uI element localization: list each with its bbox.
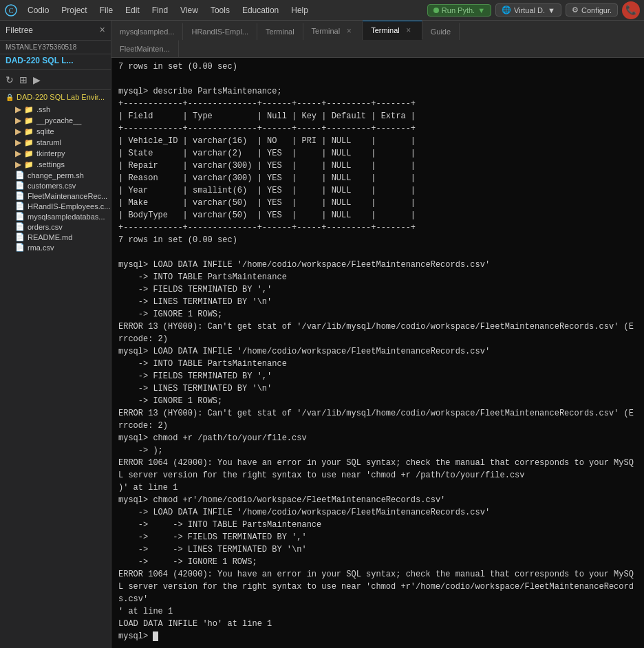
sidebar-item-staruml[interactable]: ▶ 📁 staruml [0, 137, 111, 148]
item-label: customers.csv [28, 182, 76, 190]
virtual-chevron: ▼ [548, 6, 555, 14]
sidebar: Filetree × MSTANLEY375360518 DAD-220 SQL… [0, 21, 111, 648]
run-label: Run Pyth. [442, 6, 475, 14]
tab-fleetmaintena[interactable]: FleetMainten... [111, 40, 179, 57]
sidebar-workspace: DAD-220 SQL L... [0, 54, 111, 70]
menu-find[interactable]: Find [147, 4, 173, 17]
tab-terminal2[interactable]: Terminal × [303, 21, 363, 40]
item-label: .settings [36, 160, 65, 169]
svg-text:C: C [9, 7, 14, 14]
tab-label: Guide [431, 28, 451, 36]
sidebar-item-mysqlsample[interactable]: 📄 mysqlsampledatabas... [0, 211, 111, 222]
folder-icon2: 📁 [24, 160, 34, 169]
play-button[interactable]: ▶ [33, 74, 41, 85]
new-file-button[interactable]: ⊞ [19, 74, 28, 85]
tab-label: mysqlsampled... [120, 28, 174, 36]
menu-tools[interactable]: Tools [205, 4, 235, 17]
tab-label: Terminal [371, 26, 400, 34]
tab-mysqlsampledb[interactable]: mysqlsampled... [111, 23, 183, 40]
virtual-button[interactable]: 🌐 Virtual D. ▼ [495, 3, 561, 17]
tree-root-label: DAD-220 SQL Lab Envir... [17, 93, 105, 101]
item-label: FleetMaintenanceRec... [28, 192, 107, 200]
menu-view[interactable]: View [175, 4, 204, 17]
menu-edit[interactable]: Edit [120, 4, 145, 17]
file-icon: 📄 [15, 222, 25, 231]
sidebar-item-ssh[interactable]: ▶ 📁 .ssh [0, 104, 111, 115]
tab-label: Terminal [312, 27, 341, 35]
folder-icon: ▶ [15, 138, 21, 147]
sidebar-item-customers[interactable]: 📄 customers.csv [0, 180, 111, 191]
globe-icon: 🌐 [502, 6, 511, 14]
tab-guide[interactable]: Guide [422, 23, 460, 40]
tab-bar: mysqlsampled... HRandIS-Empl... Terminal… [111, 21, 644, 58]
cursor [153, 631, 158, 641]
tab-terminal1[interactable]: Terminal [257, 23, 303, 40]
sidebar-item-tkinterpy[interactable]: ▶ 📁 tkinterpy [0, 148, 111, 159]
file-icon: 📄 [15, 243, 25, 252]
item-label: README.md [28, 233, 72, 241]
main-layout: Filetree × MSTANLEY375360518 DAD-220 SQL… [0, 21, 644, 648]
folder-icon2: 📁 [24, 127, 34, 136]
item-label: change_perm.sh [28, 171, 84, 180]
lock-icon: 🔒 [6, 94, 14, 101]
file-icon: 📄 [15, 212, 25, 221]
gear-icon: ⚙ [572, 6, 579, 14]
item-label: tkinterpy [36, 149, 65, 158]
tab-label: Terminal [266, 28, 294, 36]
sidebar-item-hrandis[interactable]: 📄 HRandIS-Employees.c... [0, 201, 111, 211]
tab-close[interactable]: × [344, 26, 354, 36]
terminal-text: +--------------------+ 7 rows in set (0.… [118, 58, 637, 642]
item-label: rma.csv [28, 244, 54, 252]
tab-label: FleetMainten... [120, 45, 170, 53]
app-logo[interactable]: C [4, 3, 18, 17]
item-label: sqlite [36, 127, 54, 136]
content-area: mysqlsampled... HRandIS-Empl... Terminal… [111, 21, 644, 648]
sidebar-header: Filetree × [0, 21, 111, 41]
sidebar-item-pycache[interactable]: ▶ 📁 __pycache__ [0, 115, 111, 126]
sidebar-item-sqlite[interactable]: ▶ 📁 sqlite [0, 126, 111, 137]
run-chevron: ▼ [477, 6, 485, 14]
sidebar-item-fleet[interactable]: 📄 FleetMaintenanceRec... [0, 191, 111, 201]
item-label: __pycache__ [36, 116, 81, 125]
terminal-output[interactable]: +--------------------+ 7 rows in set (0.… [111, 58, 644, 648]
menu-help[interactable]: Help [286, 4, 314, 17]
file-icon: 📄 [15, 171, 25, 180]
file-icon: 📄 [15, 233, 25, 241]
folder-icon: ▶ [15, 105, 21, 114]
tab-close-active[interactable]: × [404, 25, 414, 35]
menu-project[interactable]: Project [56, 4, 92, 17]
folder-icon2: 📁 [24, 149, 34, 158]
sidebar-item-readme[interactable]: 📄 README.md [0, 232, 111, 242]
menu-codio[interactable]: Codio [22, 4, 54, 17]
sidebar-actions: ↻ ⊞ ▶ [0, 70, 111, 90]
config-label: Configur. [581, 6, 612, 14]
run-button[interactable]: Run Pyth. ▼ [427, 4, 491, 17]
sidebar-user: MSTANLEY375360518 [0, 41, 111, 54]
sidebar-item-orders[interactable]: 📄 orders.csv [0, 222, 111, 232]
filetree-title: Filetree [6, 25, 33, 35]
sidebar-item-change-perm[interactable]: 📄 change_perm.sh [0, 170, 111, 180]
tree-root[interactable]: 🔒 DAD-220 SQL Lab Envir... [0, 90, 111, 104]
menu-bar: C Codio Project File Edit Find View Tool… [0, 0, 644, 21]
run-dot [433, 8, 439, 13]
filetree-close[interactable]: × [100, 25, 105, 36]
folder-icon: ▶ [15, 127, 21, 136]
menu-file[interactable]: File [94, 4, 118, 17]
tab-hrandis[interactable]: HRandIS-Empl... [183, 23, 257, 40]
item-label: .ssh [36, 105, 50, 114]
tab-label: HRandIS-Empl... [191, 28, 248, 36]
item-label: mysqlsampledatabas... [28, 213, 105, 221]
virtual-label: Virtual D. [514, 6, 545, 14]
tab-terminal3[interactable]: Terminal × [363, 21, 422, 40]
file-icon: 📄 [15, 202, 25, 210]
folder-icon2: 📁 [24, 138, 34, 147]
refresh-button[interactable]: ↻ [6, 74, 14, 85]
config-button[interactable]: ⚙ Configur. [566, 3, 618, 17]
item-label: HRandIS-Employees.c... [28, 202, 110, 210]
phone-button[interactable]: 📞 [622, 1, 640, 19]
sidebar-item-settings[interactable]: ▶ 📁 .settings [0, 159, 111, 170]
menu-education[interactable]: Education [237, 4, 284, 17]
folder-icon2: 📁 [24, 105, 34, 114]
folder-icon: ▶ [15, 116, 21, 125]
sidebar-item-rma[interactable]: 📄 rma.csv [0, 242, 111, 252]
